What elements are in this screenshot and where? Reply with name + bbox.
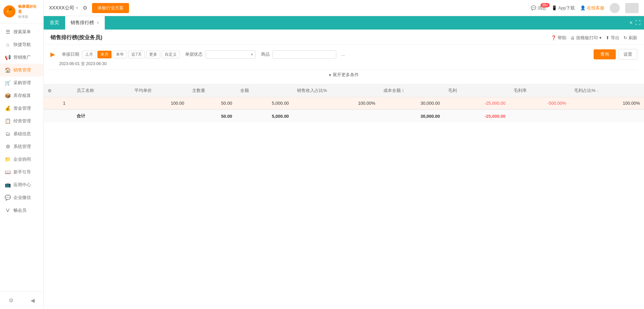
cost-info-icon[interactable]: ℹ bbox=[402, 88, 404, 93]
help-label: 帮助 bbox=[558, 35, 566, 41]
sidebar-marketing-label: 营销推广 bbox=[13, 54, 31, 60]
sidebar-purchase-label: 采购管理 bbox=[13, 80, 31, 86]
sidebar-purchase-icon: 🛒 bbox=[5, 80, 11, 86]
sidebar-item-enterprise-coop[interactable]: 📁 企业协同 bbox=[0, 153, 43, 166]
sidebar-settings-icon[interactable]: ⚙ bbox=[7, 295, 15, 306]
col-gross-rate-label: 毛利率 bbox=[514, 88, 527, 94]
sidebar-item-app-center[interactable]: 📺 应用中心 bbox=[0, 178, 43, 191]
export-button[interactable]: ⬆ 导出 bbox=[606, 35, 619, 41]
tab-close-window-icon[interactable]: × bbox=[630, 20, 633, 26]
sidebar-item-guide[interactable]: 📖 新手引导 bbox=[0, 166, 43, 178]
sidebar-item-basic-info[interactable]: 🗂 基础信息 bbox=[0, 127, 43, 140]
status-filter: 单据状态 bbox=[185, 50, 256, 59]
row-gross-pct-0: 100.00% bbox=[570, 97, 644, 110]
sidebar-app-center-label: 应用中心 bbox=[13, 182, 31, 188]
date-btn-custom[interactable]: 自定义 bbox=[162, 51, 180, 58]
tab-sales-ranking[interactable]: 销售排行榜 × bbox=[65, 16, 105, 30]
date-filter: 单据日期 上月 本月 本年 近7天 更多 自定义 bbox=[62, 51, 180, 58]
tab-fullscreen-icon[interactable]: ⛶ bbox=[635, 20, 641, 26]
col-gross-label: 毛利 bbox=[448, 88, 457, 94]
app-label: App下载 bbox=[558, 5, 575, 11]
logo-title: 畅康通好生意 bbox=[18, 4, 40, 14]
footer-label: 合计 bbox=[73, 109, 130, 122]
sidebar-inventory-label: 库存核算 bbox=[13, 93, 31, 99]
refresh-button[interactable]: ↻ 刷新 bbox=[624, 35, 637, 41]
topbar-right: 💬 消息 99+ 📱 App下载 👤 在线客服 bbox=[531, 3, 639, 13]
page-header: 销售排行榜(按业务员) ❓ 帮助 🖨 按模板打印 ▾ ⬆ 导出 bbox=[44, 30, 644, 45]
export-label: 导出 bbox=[611, 35, 619, 41]
row-settings-0 bbox=[44, 97, 56, 110]
main-area: XXXXX公司 ▾ ⚙ 体验行业方案 💬 消息 99+ 📱 App下载 👤 在线… bbox=[44, 0, 644, 309]
topbar-gear-icon[interactable]: ⚙ bbox=[83, 5, 87, 11]
print-label: 按模板打印 bbox=[576, 35, 598, 41]
footer-empty-1 bbox=[44, 109, 56, 122]
sidebar-nav: ☰ 搜索菜单 ⌂ 快捷导航 📢 营销推广 🏠 销售管理 🛒 采购管理 📦 库存核… bbox=[0, 23, 43, 292]
content-area: 销售排行榜(按业务员) ❓ 帮助 🖨 按模板打印 ▾ ⬆ 导出 bbox=[44, 30, 644, 309]
date-range-buttons: 上月 本月 本年 近7天 更多 自定义 bbox=[82, 51, 180, 58]
service-label: 在线客服 bbox=[587, 5, 604, 11]
page-actions: ❓ 帮助 🖨 按模板打印 ▾ ⬆ 导出 ↻ 刷新 bbox=[551, 35, 637, 41]
date-btn-this-month[interactable]: 本月 bbox=[97, 51, 112, 58]
tab-controls: × ⛶ bbox=[626, 16, 644, 30]
sidebar-item-system[interactable]: ⚙ 系统管理 bbox=[0, 140, 43, 153]
date-range-text: 2023-06-01 至 2023-06-30 bbox=[59, 61, 106, 66]
col-name-label: 员工名称 bbox=[77, 88, 94, 94]
sidebar-item-enterprise-wx[interactable]: 💬 企业微信 bbox=[0, 191, 43, 204]
date-btn-this-year[interactable]: 本年 bbox=[113, 51, 127, 58]
user-avatar[interactable] bbox=[610, 3, 620, 13]
date-btn-more[interactable]: 更多 bbox=[146, 51, 160, 58]
filter-right-actions: 查询 设置 bbox=[594, 49, 637, 60]
tab-close-icon[interactable]: × bbox=[97, 20, 99, 25]
app-download-button[interactable]: 📱 App下载 bbox=[552, 5, 575, 11]
status-select[interactable] bbox=[205, 50, 256, 59]
column-settings-icon[interactable]: ⚙ bbox=[48, 88, 52, 93]
footer-gross: -25,000.00 bbox=[444, 109, 510, 122]
row-gross-rate-0: -500.00% bbox=[510, 97, 570, 110]
sidebar-item-search[interactable]: ☰ 搜索菜单 bbox=[0, 25, 43, 38]
message-button[interactable]: 💬 消息 99+ bbox=[531, 5, 546, 11]
user-name-area bbox=[625, 3, 639, 13]
sidebar-system-label: 系统管理 bbox=[13, 144, 31, 150]
date-btn-7days[interactable]: 近7天 bbox=[128, 51, 145, 58]
print-icon: 🖨 bbox=[570, 35, 575, 40]
footer-cost: 30,000.00 bbox=[379, 109, 444, 122]
footer-quantity: 50.00 bbox=[188, 109, 236, 122]
table-footer-row: 合计 50.00 5,000.00 30,000.00 -25,000.00 bbox=[44, 109, 644, 122]
sidebar-item-marketing[interactable]: 📢 营销推广 bbox=[0, 51, 43, 64]
more-filters-icon[interactable]: ... bbox=[342, 52, 345, 57]
gross-pct-sort-icon[interactable]: ↕ bbox=[597, 89, 599, 93]
table-row: 1 100.00 50.00 5,000.00 100.00% 30,000.0… bbox=[44, 97, 644, 110]
sidebar-finance-label: 资金管理 bbox=[13, 105, 31, 111]
filter-toggle-arrow[interactable]: ▶ bbox=[50, 51, 55, 58]
sidebar-collapse-icon[interactable]: ◀ bbox=[29, 295, 37, 306]
tab-home[interactable]: 首页 bbox=[44, 16, 65, 30]
col-quantity: 主数量 bbox=[188, 84, 236, 97]
query-button[interactable]: 查询 bbox=[594, 49, 616, 59]
sidebar: 🍊 畅康通好生意 标准版 ☰ 搜索菜单 ⌂ 快捷导航 📢 营销推广 🏠 销售管理… bbox=[0, 0, 44, 309]
sidebar-item-quick-nav[interactable]: ⌂ 快捷导航 bbox=[0, 38, 43, 51]
goods-filter-label: 商品 bbox=[261, 51, 270, 57]
expand-more-conditions[interactable]: ▾ 展开更多条件 bbox=[50, 69, 637, 80]
sidebar-basic-info-label: 基础信息 bbox=[13, 131, 31, 137]
sidebar-item-purchase[interactable]: 🛒 采购管理 bbox=[0, 76, 43, 89]
sidebar-sales-icon: 🏠 bbox=[5, 67, 11, 73]
content-inner: 销售排行榜(按业务员) ❓ 帮助 🖨 按模板打印 ▾ ⬆ 导出 bbox=[44, 30, 644, 122]
filter-row: ▶ 单据日期 上月 本月 本年 近7天 更多 自定义 bbox=[50, 49, 637, 60]
sidebar-item-member[interactable]: V 畅会员 bbox=[0, 204, 43, 217]
sidebar-item-operations[interactable]: 📋 经营管理 bbox=[0, 115, 43, 127]
template-print-button[interactable]: 🖨 按模板打印 ▾ bbox=[570, 35, 602, 41]
online-service-button[interactable]: 👤 在线客服 bbox=[580, 5, 604, 11]
company-selector[interactable]: XXXXX公司 ▾ bbox=[49, 5, 78, 11]
trial-button[interactable]: 体验行业方案 bbox=[92, 3, 129, 13]
row-name-0 bbox=[73, 97, 130, 110]
sidebar-item-finance[interactable]: 💰 资金管理 bbox=[0, 102, 43, 115]
setting-button[interactable]: 设置 bbox=[618, 49, 637, 60]
col-amount: 全额 bbox=[236, 84, 293, 97]
row-quantity-0: 50.00 bbox=[188, 97, 236, 110]
sidebar-item-inventory[interactable]: 📦 库存核算 bbox=[0, 89, 43, 102]
goods-input[interactable] bbox=[272, 50, 336, 59]
help-button[interactable]: ❓ 帮助 bbox=[551, 35, 566, 41]
goods-filter: 商品 bbox=[261, 50, 336, 59]
date-btn-last-month[interactable]: 上月 bbox=[82, 51, 96, 58]
sidebar-item-sales[interactable]: 🏠 销售管理 bbox=[0, 64, 43, 76]
